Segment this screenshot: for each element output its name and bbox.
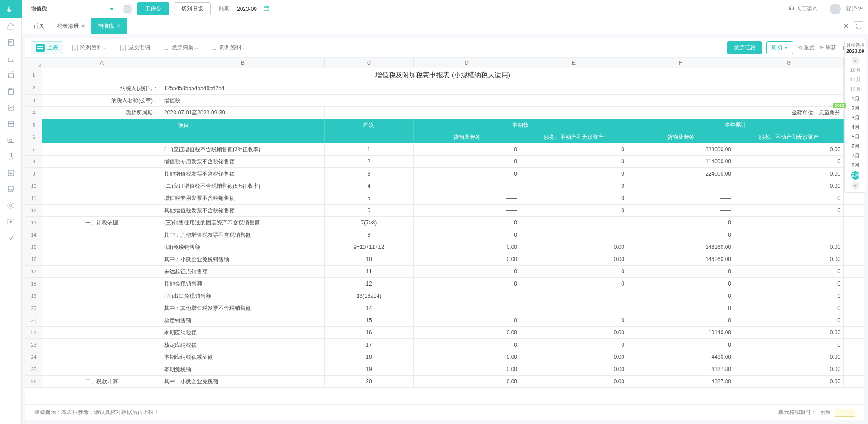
nav-inbox-icon[interactable] [0,181,22,197]
year-goods[interactable]: 0 [627,339,734,351]
row-header[interactable]: 9 [25,168,42,180]
col-header[interactable]: F [627,58,734,68]
tab-tax-list[interactable]: 税表清册✕ [51,18,91,34]
year-services[interactable]: 0.00 [734,180,844,192]
row-header[interactable]: 13 [25,217,42,229]
current-services[interactable]: 0.00 [520,363,627,375]
month-item[interactable]: 9月 [851,171,859,180]
year-goods[interactable]: —— [627,205,734,216]
current-services[interactable]: 0.00 [520,241,627,253]
nav-settings-icon[interactable] [0,197,22,214]
nav-doc-icon[interactable] [0,34,22,51]
nav-bag-icon[interactable] [0,67,22,83]
month-item[interactable]: 1月 [849,94,862,104]
user-name[interactable]: 徐泽华 [846,5,863,13]
subtab-attach2[interactable]: 附列资料... [207,42,250,54]
current-services[interactable]: 0 [520,192,627,204]
year-goods[interactable]: 0 [627,302,734,314]
nav-video-icon[interactable] [0,214,22,230]
nav-home-icon[interactable] [0,18,22,34]
close-icon[interactable]: ✕ [81,24,85,29]
year-services[interactable]: 0 [734,302,844,314]
nav-layout-icon[interactable] [0,116,22,132]
current-goods[interactable]: 0 [414,143,520,155]
fullscreen-icon[interactable]: ⛶ [854,21,863,31]
spreadsheet[interactable]: A B C D E F G 1增值税及附加税费申报表 (小规模纳税人适用) 2纳… [25,58,864,404]
year-goods[interactable]: 0 [627,266,734,277]
year-goods[interactable]: 146260.00 [627,253,734,265]
month-item[interactable]: 3月 [849,113,862,123]
current-goods[interactable]: 0 [414,278,520,290]
user-avatar[interactable] [830,4,841,14]
row-header[interactable]: 10 [25,180,42,192]
history-icon[interactable] [122,4,133,14]
current-goods[interactable]: 0.00 [414,376,520,387]
current-services[interactable]: 0.00 [520,351,627,363]
current-services[interactable]: 0 [520,205,627,216]
col-header[interactable]: D [414,58,520,68]
month-item[interactable]: 10月 [849,66,862,75]
nav-chart-icon[interactable] [0,51,22,67]
current-services[interactable]: —— [520,229,627,241]
close-all-icon[interactable]: ✕ [843,22,849,30]
month-item[interactable]: 12月 [849,85,862,94]
col-header[interactable]: A [42,58,161,68]
year-services[interactable]: 0 [734,156,844,167]
year-services[interactable]: 0.00 [734,241,844,253]
row-header[interactable]: 1 [25,68,42,82]
current-services[interactable]: 0 [520,156,627,167]
year-goods[interactable]: 4387.80 [627,363,734,375]
year-services[interactable]: 0.00 [734,327,844,338]
year-goods[interactable]: 0 [627,217,734,229]
year-goods[interactable]: 0 [627,278,734,290]
current-goods[interactable]: 0 [414,314,520,326]
current-services[interactable]: 0 [520,314,627,326]
year-services[interactable]: 0 [734,192,844,204]
row-header[interactable]: 7 [25,143,42,155]
select-all-corner[interactable] [25,58,42,68]
year-services[interactable]: 0.00 [734,376,844,387]
year-goods[interactable]: 146260.00 [627,241,734,253]
tab-vat[interactable]: 增值税✕ [91,18,127,34]
current-goods[interactable]: 0.00 [414,241,520,253]
row-header[interactable]: 19 [25,290,42,302]
nav-money-icon[interactable] [0,132,22,148]
year-goods[interactable]: —— [627,192,734,204]
current-goods[interactable]: 0 [414,168,520,180]
year-services[interactable]: 0 [734,290,844,302]
app-logo[interactable] [0,0,22,18]
year-services[interactable]: 0.00 [734,253,844,265]
row-header[interactable]: 26 [25,376,42,387]
col-header[interactable]: B [161,58,325,68]
row-header[interactable]: 23 [25,339,42,351]
year-goods[interactable]: 4387.80 [627,376,734,387]
year-services[interactable]: 0.00 [734,143,844,155]
period-init-dropdown[interactable]: 期初▼ [766,41,793,54]
row-header[interactable]: 25 [25,363,42,375]
current-goods[interactable]: 0 [414,217,520,229]
year-services[interactable]: 0 [734,266,844,277]
current-services[interactable]: 0 [520,278,627,290]
current-services[interactable]: 0 [520,180,627,192]
refresh-button[interactable]: ⟳刷新 [819,44,836,52]
year-goods[interactable]: 0 [627,229,734,241]
col-header[interactable]: C [325,58,414,68]
current-goods[interactable]: —— [414,180,520,192]
month-item[interactable]: 4月 [849,123,862,132]
nav-clipboard-icon[interactable] [0,83,22,100]
current-goods[interactable]: —— [414,192,520,204]
col-header[interactable]: E [520,58,627,68]
subtab-invoice[interactable]: 发票归集... [159,42,203,54]
nav-hand-icon[interactable] [0,148,22,165]
year-goods[interactable]: 10140.00 [627,327,734,338]
year-services[interactable]: 0.00 [734,351,844,363]
year-services[interactable]: —— [734,229,844,241]
period-value[interactable]: 2023-09 [237,6,257,12]
year-goods[interactable]: 4480.00 [627,351,734,363]
current-services[interactable]: 0.00 [520,376,627,387]
current-services[interactable]: 0 [520,266,627,277]
current-services[interactable]: 0 [520,143,627,155]
consult-link[interactable]: 人工咨询 [788,5,818,13]
subtab-attach1[interactable]: 附列资料... [68,42,111,54]
row-header[interactable]: 14 [25,229,42,241]
